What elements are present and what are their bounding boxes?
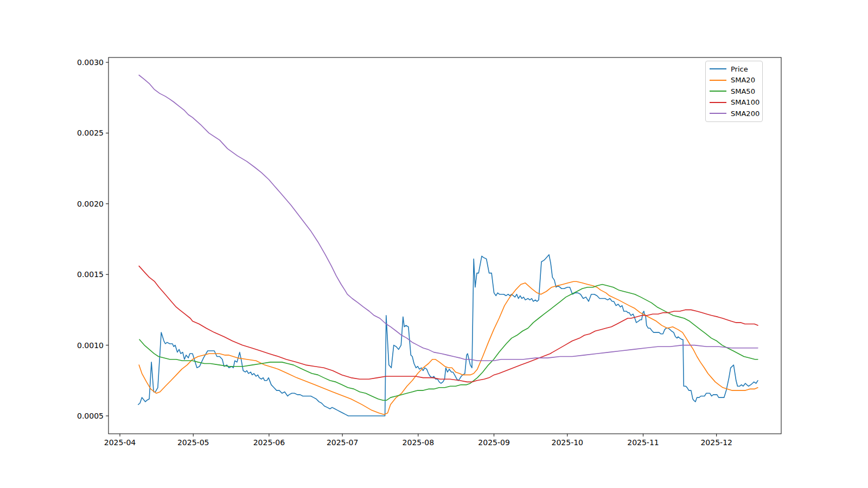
legend-item-label: Price: [731, 66, 748, 73]
figure: 2025-042025-052025-062025-072025-082025-…: [0, 0, 868, 488]
y-tick-label: 0.0025: [77, 129, 104, 137]
legend-item-sma100: SMA100: [706, 97, 762, 108]
x-tick-label: 2025-11: [627, 438, 659, 447]
legend-item-label: SMA200: [731, 110, 760, 117]
y-tick-label: 0.0020: [77, 200, 104, 208]
legend-item-sma20: SMA20: [706, 75, 762, 86]
series-line-sma200: [139, 75, 758, 361]
legend-item-label: SMA20: [731, 76, 755, 84]
x-tick-label: 2025-08: [403, 438, 435, 447]
series-line-sma50: [139, 285, 758, 401]
legend-line-sample-sma20: [710, 80, 726, 81]
x-tick-label: 2025-06: [253, 438, 285, 447]
legend-line-sample-sma200: [710, 113, 726, 114]
x-tick-label: 2025-09: [478, 438, 510, 447]
y-tick-label: 0.0030: [77, 58, 104, 67]
legend-line-sample-price: [710, 68, 726, 69]
series-line-sma100: [139, 266, 758, 382]
legend-line-sample-sma50: [710, 91, 726, 92]
legend-item-sma50: SMA50: [706, 86, 762, 97]
y-tick-label: 0.0005: [77, 412, 104, 420]
legend-item-price: Price: [706, 63, 762, 75]
x-tick-label: 2025-10: [552, 438, 584, 447]
y-tick-label: 0.0015: [77, 270, 104, 279]
legend: Price SMA20 SMA50 SMA100 SMA200: [705, 61, 763, 122]
legend-item-label: SMA50: [731, 88, 755, 95]
series-line-sma20: [139, 281, 758, 414]
legend-line-sample-sma100: [710, 102, 726, 103]
x-tick-label: 2025-04: [104, 438, 136, 447]
y-tick-label: 0.0010: [77, 341, 104, 350]
series-line-price: [138, 255, 758, 416]
legend-item-label: SMA100: [731, 99, 760, 106]
x-tick-label: 2025-07: [327, 438, 359, 447]
x-tick-label: 2025-12: [700, 438, 732, 447]
legend-item-sma200: SMA200: [706, 108, 762, 119]
x-tick-label: 2025-05: [177, 438, 209, 447]
